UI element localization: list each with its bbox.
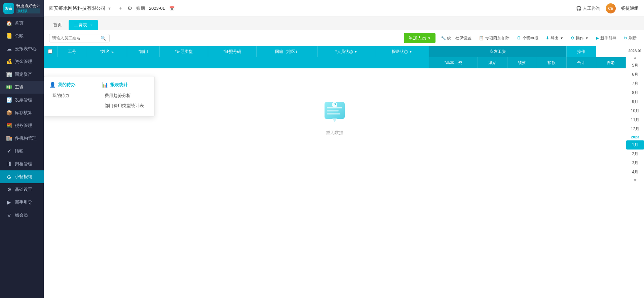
company-selector[interactable]: 西安虾米网络科技有限公司 ▼ [49,5,111,11]
timeline-may[interactable]: 5月 [626,61,644,70]
tab-home[interactable]: 首页 [48,20,67,30]
sidebar-item-ledger[interactable]: 📒总账 [0,30,44,42]
add-person-arrow-icon: ▼ [427,36,431,40]
sidebar-item-home[interactable]: 🏠首页 [0,17,44,30]
col-payable-salary: 应发工资 [429,46,566,57]
operate-btn[interactable]: ⚙ 操作 ▼ [569,34,591,42]
sidebar-item-cloud-reports[interactable]: ☁云报表中心 [0,42,44,55]
sidebar-label-guide: 新手引导 [15,199,32,205]
period-value[interactable]: 2023-01 [149,6,165,11]
timeline-down-icon[interactable]: ▼ [633,177,638,184]
social-insurance-icon: 🔧 [441,36,446,40]
col-pension: 养老 [596,57,626,68]
tab-salary-table[interactable]: 工资表 × [69,20,98,30]
sidebar-item-fixed-assets[interactable]: 🏢固定资产 [0,68,44,81]
dropdown-menu: 👤 我的待办 我的待办 📊 报表统计 费用趋势分析 部门费用类型统计表 [44,76,155,117]
sidebar-item-guide[interactable]: ▶新手引导 [0,196,44,209]
add-icon[interactable]: ＋ [118,5,123,12]
calendar-icon[interactable]: 📅 [169,6,175,11]
report-icon: 📊 [102,82,108,88]
sidebar-item-archive[interactable]: 🗄归档管理 [0,158,44,170]
col-report-status: 报送状态 ▼ [375,46,429,57]
timeline-jun[interactable]: 6月 [626,70,644,79]
col-name: *姓名 ⇅ [87,46,127,57]
timeline-jul[interactable]: 7月 [626,79,644,88]
sidebar-icon-salary: 💵 [6,84,12,90]
refresh-btn[interactable]: ↻ 刷新 [622,34,639,42]
tab-close-icon[interactable]: × [90,23,92,27]
todo-title: 我的待办 [58,82,75,88]
search-input[interactable] [52,36,99,40]
sidebar-item-inventory[interactable]: 📦库存核算 [0,106,44,119]
refresh-label: 刷新 [629,35,637,41]
export-btn[interactable]: ⬇ 导出 ▼ [544,34,565,42]
add-person-button[interactable]: 添加人员 ▼ [404,33,435,43]
search-box[interactable]: 🔍 [49,34,110,42]
personal-tax-icon: 🗒 [517,36,521,40]
search-icon: 🔍 [101,36,106,41]
sidebar-item-tax[interactable]: 🧮税务管理 [0,119,44,132]
sidebar-item-settlement[interactable]: ✔结账 [0,145,44,158]
timeline-aug[interactable]: 8月 [626,88,644,97]
dept-expense-item[interactable]: 部门费用类型统计表 [102,101,149,111]
no-data-text: 暂无数据 [326,130,343,136]
sidebar-item-xiao-chang-xiao[interactable]: G小畅报销 [0,170,44,183]
sidebar-icon-settlement: ✔ [6,148,12,154]
sidebar-item-invoice[interactable]: 🧾发票管理 [0,94,44,106]
personal-tax-btn[interactable]: 🗒 个税申报 [515,34,540,42]
timeline-up-icon[interactable]: ▲ [633,54,638,61]
sidebar-item-basic-settings[interactable]: ⚙基础设置 [0,183,44,196]
select-all-checkbox[interactable] [48,49,52,54]
timeline-feb[interactable]: 2月 [626,150,644,159]
sidebar-label-archive: 归档管理 [15,161,32,167]
dropdown-columns: 👤 我的待办 我的待办 📊 报表统计 费用趋势分析 部门费用类型统计表 [49,82,149,111]
col-empty [44,57,429,68]
dropdown-col-left: 👤 我的待办 我的待办 [49,82,97,111]
sidebar-item-member[interactable]: V畅会员 [0,209,44,222]
refresh-icon: ↻ [624,36,627,40]
logo-text: 畅捷通好会计 旗舰版 [16,3,40,14]
sidebar-label-multi-org: 多机构管理 [15,135,37,141]
service-btn[interactable]: 🎧 人工咨询 [576,5,600,11]
personal-tax-label: 个税申报 [522,35,538,41]
sidebar-icon-invoice: 🧾 [6,97,12,103]
settings-icon[interactable]: ⚙ [127,5,132,11]
sidebar-item-fund[interactable]: 💰资金管理 [0,55,44,68]
operate-arrow-icon: ▼ [585,36,589,40]
special-deduct-btn[interactable]: 📋 专项附加扣除 [477,34,512,42]
timeline-mar[interactable]: 3月 [626,159,644,168]
sidebar-item-salary[interactable]: 💵工资 [0,81,44,94]
company-name: 西安虾米网络科技有限公司 [49,5,106,11]
timeline-oct[interactable]: 10月 [626,106,644,115]
sidebar-icon-inventory: 📦 [6,110,12,116]
headset-icon: 🎧 [576,6,581,11]
new-guide-btn[interactable]: ▶ 新手引导 [594,34,618,42]
col-checkbox[interactable] [44,46,57,57]
sidebar-icon-ledger: 📒 [6,33,12,39]
sidebar-label-tax: 税务管理 [15,123,32,129]
period-label: 账期 [136,5,145,11]
timeline-header: 2023.01 [629,47,642,54]
timeline-nov[interactable]: 11月 [626,115,644,125]
service-label: 人工咨询 [583,5,600,11]
timeline-apr[interactable]: 4月 [626,168,644,177]
dropdown-col-right: 📊 报表统计 费用趋势分析 部门费用类型统计表 [102,82,149,111]
sidebar-label-cloud-reports: 云报表中心 [15,46,37,52]
new-guide-label: 新手引导 [600,35,616,41]
toolbar: 🔍 添加人员 ▼ 🔧 统一社保设置 📋 专项附加扣除 🗒 个税申报 ⬇ 导出 [44,30,644,46]
timeline-sep[interactable]: 9月 [626,97,644,106]
sidebar-item-multi-org[interactable]: 🏬多机构管理 [0,132,44,145]
social-insurance-btn[interactable]: 🔧 统一社保设置 [439,34,473,42]
col-employee-id: 工号 [57,46,87,57]
sidebar-icon-member: V [6,212,12,218]
sidebar-label-fund: 资金管理 [15,59,32,65]
timeline-dec[interactable]: 12月 [626,125,644,134]
sidebar-label-basic-settings: 基础设置 [15,187,32,193]
timeline-year-2023: 2023 [631,134,639,140]
sidebar-icon-guide: ▶ [6,199,12,205]
timeline-jan-active[interactable]: 1月 [626,140,644,150]
logo-icon: 好会 [3,3,14,14]
my-todo-item[interactable]: 我的待办 [49,91,97,101]
expense-trend-item[interactable]: 费用趋势分析 [102,91,149,101]
tabbar: 首页 工资表 × [44,17,644,30]
